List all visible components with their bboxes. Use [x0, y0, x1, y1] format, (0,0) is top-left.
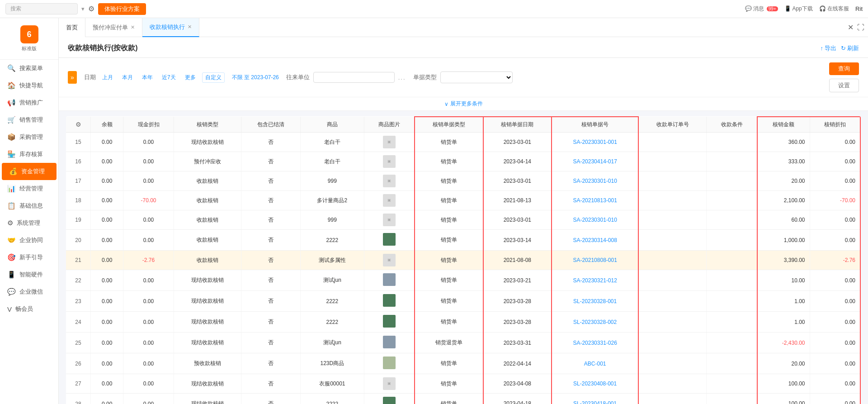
- settings-button[interactable]: 设置: [829, 79, 859, 92]
- tab-home-label: 首页: [66, 24, 78, 32]
- row-id: 17: [66, 171, 91, 191]
- sidebar-label-hardware: 智能硬件: [19, 271, 43, 279]
- sidebar-item-purchase[interactable]: 📦 采购管理: [0, 128, 58, 146]
- cell-wo-doc-date: 2023-03-28: [483, 291, 552, 312]
- tab-expand-button[interactable]: ⛶: [857, 24, 864, 32]
- cell-wo-doc-no[interactable]: SA-20230314-008: [552, 230, 638, 251]
- finance-icon: 💰: [9, 167, 18, 176]
- tab-prepay[interactable]: 预付冲应付单 ✕: [85, 18, 142, 37]
- sidebar-item-marketing[interactable]: 📢 营销推广: [0, 94, 58, 111]
- sidebar-item-member[interactable]: V 畅会员: [0, 300, 58, 318]
- cell-goods: 123D商品: [300, 353, 364, 374]
- home-icon: 🏠: [7, 81, 16, 90]
- expand-filter-button[interactable]: ∨ 展开更多条件: [444, 100, 483, 108]
- sidebar-item-collab[interactable]: 🤝 企业协同: [0, 232, 58, 249]
- sidebar-item-sales[interactable]: 🛒 销售管理: [0, 111, 58, 128]
- date-last-month-btn[interactable]: 上月: [99, 73, 116, 82]
- sidebar-item-wechat[interactable]: 💬 企业微信: [0, 283, 58, 300]
- date-this-month-btn[interactable]: 本月: [119, 73, 136, 82]
- cell-goods-image: [364, 230, 415, 251]
- tab-home[interactable]: 首页: [59, 18, 85, 37]
- export-button[interactable]: ↑ 导出: [821, 44, 837, 52]
- cell-receipt-condition: [707, 230, 757, 251]
- tab-close-all-button[interactable]: ✕: [848, 23, 854, 32]
- table-row: 170.000.00收款核销否999▣销货单2023-03-01SA-20230…: [66, 171, 860, 191]
- date-custom-btn[interactable]: 自定义: [202, 72, 225, 83]
- row-id: 21: [66, 251, 91, 270]
- date-7days-btn[interactable]: 近7天: [159, 73, 179, 82]
- cell-wo-doc-no[interactable]: SA-20230414-017: [552, 152, 638, 171]
- messages-item[interactable]: 💬 消息 99+: [745, 5, 778, 13]
- date-this-year-btn[interactable]: 本年: [139, 73, 156, 82]
- th-goods-image: 商品图片: [364, 117, 415, 133]
- sidebar-item-basic[interactable]: 📋 基础信息: [0, 197, 58, 214]
- cell-wo-doc-no[interactable]: SL-20230408-001: [552, 374, 638, 394]
- cell-amount: 1.00: [757, 291, 810, 312]
- cell-write-off-type: 现结收款核销: [174, 374, 241, 394]
- cell-write-off-type: 收款核销: [174, 210, 241, 230]
- tab-writeoff[interactable]: 收款核销执行 ✕: [142, 18, 199, 37]
- sidebar-item-inventory[interactable]: 🏪 库存核算: [0, 146, 58, 163]
- cell-wo-doc-no[interactable]: SL-20230328-002: [552, 312, 638, 333]
- cell-include-settled: 否: [241, 230, 300, 251]
- th-gear[interactable]: ⚙: [66, 117, 91, 133]
- party-filter-input[interactable]: [313, 72, 395, 83]
- gear-icon[interactable]: ⚙: [75, 121, 81, 128]
- cell-discount: 0.00: [810, 230, 860, 251]
- cell-goods: 2222: [300, 394, 364, 404]
- refresh-button[interactable]: ↻ 刷新: [841, 44, 859, 52]
- cell-wo-doc-no[interactable]: SA-20230301-001: [552, 133, 638, 152]
- cell-include-settled: 否: [241, 152, 300, 171]
- search-input[interactable]: 搜索: [5, 3, 78, 14]
- cell-cash-discount: 0.00: [123, 333, 174, 353]
- sidebar-item-nav[interactable]: 🏠 快捷导航: [0, 77, 58, 94]
- solution-button[interactable]: 体验行业方案: [98, 3, 146, 15]
- cell-wo-doc-no[interactable]: SA-20230321-012: [552, 270, 638, 291]
- row-id: 28: [66, 394, 91, 404]
- cell-wo-doc-no[interactable]: SL-20230418-001: [552, 394, 638, 404]
- sales-icon: 🛒: [7, 116, 16, 124]
- sidebar-item-hardware[interactable]: 📱 智能硬件: [0, 266, 58, 283]
- cell-discount: 0.00: [810, 133, 860, 152]
- cell-wo-doc-no[interactable]: SA-20230301-010: [552, 171, 638, 191]
- cell-goods: 2222: [300, 312, 364, 333]
- sidebar-label-collab: 企业协同: [19, 236, 43, 244]
- cell-wo-doc-type: 销货单: [415, 210, 483, 230]
- tab-prepay-close[interactable]: ✕: [131, 24, 135, 30]
- filter-arrow-button[interactable]: »: [68, 71, 77, 84]
- cell-receipt-order-no: [638, 312, 707, 333]
- tab-writeoff-label: 收款核销执行: [150, 23, 185, 31]
- cell-include-settled: 否: [241, 394, 300, 404]
- cell-balance: 0.00: [91, 133, 123, 152]
- cell-receipt-condition: [707, 333, 757, 353]
- query-button[interactable]: 查询: [829, 62, 859, 75]
- cell-discount: 0.00: [810, 333, 860, 353]
- tab-bar-actions: ✕ ⛶: [848, 23, 868, 32]
- cell-wo-doc-no[interactable]: SA-20210808-001: [552, 251, 638, 270]
- cell-wo-doc-no[interactable]: ABC-001: [552, 353, 638, 374]
- sidebar-item-guide[interactable]: 🎯 新手引导: [0, 249, 58, 266]
- voucher-type-select[interactable]: [440, 71, 513, 83]
- app-download[interactable]: 📱 App下载: [784, 5, 813, 13]
- dropdown-icon: ▾: [81, 5, 85, 12]
- cell-goods: 多计量商品2: [300, 191, 364, 210]
- settings-icon[interactable]: ⚙: [88, 5, 94, 13]
- sidebar-item-finance[interactable]: 💰 资金管理: [2, 163, 57, 180]
- sidebar-item-system[interactable]: ⚙ 系统管理: [0, 214, 58, 232]
- cell-wo-doc-no[interactable]: SL-20230328-001: [552, 291, 638, 312]
- tab-writeoff-close[interactable]: ✕: [188, 24, 192, 30]
- cell-wo-doc-no[interactable]: SA-20230331-026: [552, 333, 638, 353]
- cell-discount: 0.00: [810, 353, 860, 374]
- cell-receipt-order-no: [638, 291, 707, 312]
- date-more-btn[interactable]: 更多: [182, 73, 198, 82]
- sidebar-item-search[interactable]: 🔍 搜索菜单: [0, 60, 58, 77]
- cell-wo-doc-no[interactable]: SA-20230301-010: [552, 210, 638, 230]
- cell-wo-doc-no[interactable]: SA-20210813-001: [552, 191, 638, 210]
- online-service[interactable]: 🎧 在线客服: [819, 5, 849, 13]
- sidebar-item-operations[interactable]: 📊 经营管理: [0, 180, 58, 197]
- date-filter-section: 日期 上月 本月 本年 近7天 更多 自定义: [84, 72, 225, 83]
- tab-bar: 首页 预付冲应付单 ✕ 收款核销执行 ✕ ✕ ⛶: [59, 18, 868, 37]
- table-wrap: ⚙ 余额 现金折扣 核销类型 包含已结清 商品 商品图片 核销单据类型 核销单据…: [66, 116, 861, 404]
- cell-discount: -70.00: [810, 191, 860, 210]
- cell-goods: 老白干: [300, 152, 364, 171]
